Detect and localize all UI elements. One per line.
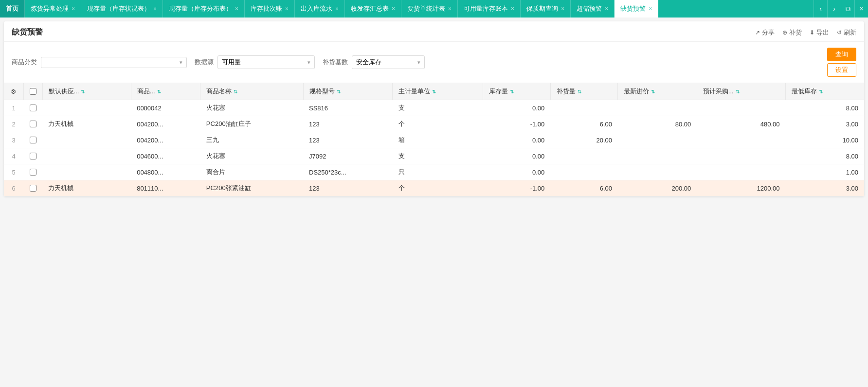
nav-avail-ledger[interactable]: 可用量库存账本 × — [458, 0, 521, 18]
nav-expiry-query[interactable]: 保质期查询 × — [521, 0, 571, 18]
nav-stock-dist[interactable]: 现存量（库存分布表） × — [163, 0, 245, 18]
close-stock-status-icon[interactable]: × — [153, 5, 157, 12]
cell-min-stock: 3.00 — [785, 180, 864, 196]
share-button[interactable]: ↗ 分享 — [755, 28, 775, 37]
table-row: 1 0000042 火花塞 SS816 支 0.00 8.00 — [4, 100, 864, 116]
close-avail-ledger-icon[interactable]: × — [511, 5, 514, 12]
close-demand-stats-icon[interactable]: × — [448, 5, 452, 12]
table-row: 3 004200... 三九 123 箱 0.00 20.00 10.00 — [4, 132, 864, 148]
nav-restore-button[interactable]: ⧉ — [841, 0, 854, 18]
th-check — [23, 83, 42, 100]
row-checkbox-1[interactable] — [30, 121, 36, 127]
replenish-chevron-icon: ▾ — [417, 59, 420, 66]
cell-check — [23, 148, 42, 164]
th-product-code-sort-icon: ⇅ — [157, 89, 161, 94]
table-row: 6 力天机械 801110... PC200张紧油缸 123 个 -1.00 6… — [4, 180, 864, 196]
th-spec-sort-icon: ⇅ — [337, 89, 341, 94]
category-label: 商品分类 — [12, 58, 37, 67]
select-all-checkbox[interactable] — [30, 88, 36, 95]
table-row: 4 004600... 火花塞 J7092 支 0.00 8.00 — [4, 148, 864, 164]
replenish-label: 补货 — [789, 28, 802, 37]
data-table: ⚙ 默认供应... ⇅ — [4, 83, 864, 196]
cell-unit: 个 — [393, 116, 483, 132]
cell-supplier — [42, 148, 131, 164]
cell-index: 3 — [4, 132, 23, 148]
table-row: 5 004800... 离合片 DS250*23c... 只 0.00 1.00 — [4, 164, 864, 180]
cell-index: 1 — [4, 100, 23, 116]
query-button[interactable]: 查询 — [827, 48, 856, 61]
th-replenish-qty-sort-icon: ⇅ — [578, 89, 581, 94]
cell-product-code: 004200... — [131, 132, 200, 148]
th-est-purchase: 预计采购... ⇅ — [697, 83, 785, 100]
th-unit-label: 主计量单位 — [398, 87, 430, 96]
close-stock-dist-icon[interactable]: × — [235, 5, 238, 12]
page-container: 缺货预警 ↗ 分享 ⊕ 补货 ⬇ 导出 ↺ 刷新 商品分类 — [4, 21, 864, 196]
nav-stock-status[interactable]: 现存量（库存状况表） × — [81, 0, 163, 18]
nav-recv-summary[interactable]: 收发存汇总表 × — [345, 0, 401, 18]
nav-close-button[interactable]: × — [854, 0, 868, 18]
cell-product-name: 火花塞 — [200, 100, 303, 116]
th-est-purchase-sort-icon: ⇅ — [736, 89, 740, 94]
close-exception-icon[interactable]: × — [72, 5, 75, 12]
settings-gear-icon[interactable]: ⚙ — [11, 88, 17, 95]
th-est-purchase-label: 预计采购... — [703, 87, 734, 96]
page-title: 缺货预警 — [12, 27, 755, 37]
row-checkbox-5[interactable] — [30, 185, 36, 192]
nav-batch-account[interactable]: 库存批次账 × — [245, 0, 295, 18]
close-shortage-icon[interactable]: × — [649, 5, 652, 12]
category-select[interactable]: ▾ — [41, 57, 187, 68]
close-inout-flow-icon[interactable]: × — [335, 5, 339, 12]
nav-expiry-query-label: 保质期查询 — [526, 4, 558, 13]
cell-est-purchase: 480.00 — [697, 116, 785, 132]
th-stock-label: 库存量 — [489, 87, 508, 96]
nav-prev-button[interactable]: ‹ — [814, 0, 827, 18]
nav-shortage[interactable]: 缺货预警 × — [615, 0, 658, 18]
replenish-button[interactable]: ⊕ 补货 — [782, 28, 802, 37]
refresh-button[interactable]: ↺ 刷新 — [837, 28, 856, 37]
cell-product-code: 0000042 — [131, 100, 200, 116]
cell-est-purchase — [697, 148, 785, 164]
close-expiry-query-icon[interactable]: × — [561, 5, 564, 12]
cell-replenish-qty — [550, 164, 618, 180]
cell-stock: -1.00 — [483, 180, 551, 196]
cell-replenish-qty: 20.00 — [550, 132, 618, 148]
replenish-select[interactable]: 安全库存 ▾ — [352, 55, 425, 69]
close-batch-account-icon[interactable]: × — [285, 5, 289, 12]
close-recv-summary-icon[interactable]: × — [392, 5, 395, 12]
close-overstock-icon[interactable]: × — [605, 5, 608, 12]
nav-exception[interactable]: 炼货异常处理 × — [25, 0, 81, 18]
cell-spec: 123 — [303, 116, 393, 132]
th-stock-sort-icon: ⇅ — [510, 89, 514, 94]
cell-product-code: 004800... — [131, 164, 200, 180]
cell-latest-price: 80.00 — [618, 116, 697, 132]
cell-stock: -1.00 — [483, 116, 551, 132]
th-default-supplier-sort-icon: ⇅ — [81, 89, 85, 94]
cell-unit: 支 — [393, 148, 483, 164]
replenish-filter-group: 补货基数 安全库存 ▾ — [323, 55, 425, 69]
cell-est-purchase — [697, 164, 785, 180]
cell-latest-price — [618, 148, 697, 164]
row-checkbox-4[interactable] — [30, 169, 36, 176]
settings-button[interactable]: 设置 — [827, 63, 856, 77]
row-checkbox-2[interactable] — [30, 137, 36, 143]
nav-stock-status-label: 现存量（库存状况表） — [87, 4, 150, 13]
cell-spec: 123 — [303, 132, 393, 148]
datasource-select[interactable]: 可用量 ▾ — [217, 55, 315, 69]
row-checkbox-3[interactable] — [30, 153, 36, 159]
th-replenish-qty: 补货量 ⇅ — [550, 83, 618, 100]
export-button[interactable]: ⬇ 导出 — [810, 28, 829, 37]
cell-latest-price — [618, 100, 697, 116]
nav-inout-flow[interactable]: 出入库流水 × — [295, 0, 345, 18]
nav-next-button[interactable]: › — [827, 0, 841, 18]
nav-home[interactable]: 首页 — [0, 0, 25, 18]
th-unit: 主计量单位 ⇅ — [393, 83, 483, 100]
row-checkbox-0[interactable] — [30, 105, 36, 111]
cell-product-name: PC200油缸庄子 — [200, 116, 303, 132]
nav-overstock[interactable]: 超储预警 × — [571, 0, 615, 18]
cell-spec: J7092 — [303, 148, 393, 164]
cell-supplier: 力天机械 — [42, 116, 131, 132]
nav-demand-stats[interactable]: 要货单统计表 × — [401, 0, 458, 18]
cell-min-stock: 3.00 — [785, 116, 864, 132]
cell-est-purchase — [697, 132, 785, 148]
th-spec: 规格型号 ⇅ — [303, 83, 393, 100]
